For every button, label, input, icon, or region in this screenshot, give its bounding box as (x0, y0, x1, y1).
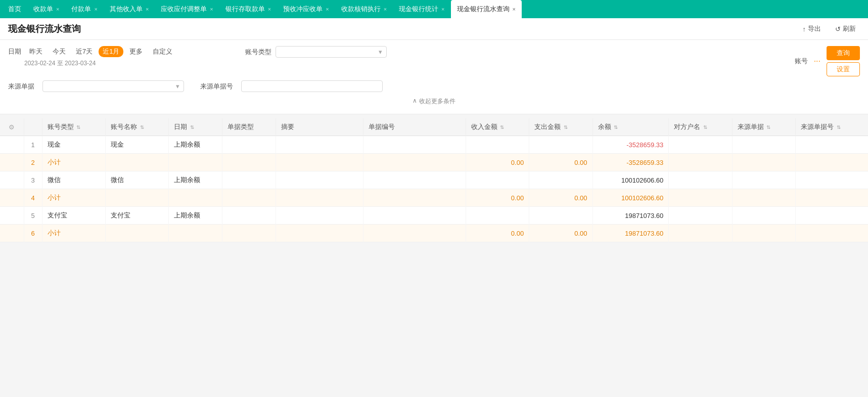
row-doc-no (363, 136, 466, 154)
row-num: 6 (24, 225, 42, 242)
source-doc-no-input[interactable] (241, 80, 383, 92)
close-icon-cashflow[interactable]: × (513, 6, 516, 12)
nav-item-payment[interactable]: 付款单 × (65, 0, 103, 18)
row-source-doc (732, 207, 795, 225)
row-source-doc (732, 154, 795, 171)
table-row: 5 支付宝 支付宝 上期余额 19871073.60 (0, 207, 868, 225)
row-doc-no (363, 225, 466, 242)
nav-label-home: 首页 (8, 5, 21, 14)
collapse-bar[interactable]: ∧ 收起更多条件 (8, 95, 860, 108)
row-num: 5 (24, 207, 42, 225)
date-option-custom[interactable]: 自定义 (149, 46, 176, 57)
page-header: 现金银行流水查询 ↑ 导出 ↺ 刷新 (0, 18, 868, 40)
row-account-name (105, 154, 168, 171)
row-gear (0, 189, 24, 207)
row-balance: 19871073.60 (592, 207, 669, 225)
row-doc-no (363, 207, 466, 225)
date-label: 日期 (8, 47, 21, 56)
nav-item-other-income[interactable]: 其他收入单 × (104, 0, 155, 18)
row-date: 上期余额 (169, 136, 222, 154)
table-wrap: ⚙ 账号类型 ⇅ 账号名称 ⇅ 日期 ⇅ 单据类型 (0, 118, 868, 242)
row-account-type: 现金 (42, 136, 105, 154)
account-type-select[interactable]: ▾ (276, 46, 387, 58)
nav-label-receipt: 收款单 (33, 5, 53, 14)
row-num: 1 (24, 136, 42, 154)
date-option-yesterday[interactable]: 昨天 (25, 46, 47, 57)
nav-item-advance[interactable]: 预收冲应收单 × (277, 0, 335, 18)
row-source-doc-no (795, 189, 868, 207)
row-doc-type (222, 171, 276, 189)
close-icon-adjustment[interactable]: × (210, 6, 213, 12)
nav-label-payment: 付款单 (71, 5, 91, 14)
source-doc-no-label: 来源单据号 (200, 82, 233, 91)
row-counterpart (669, 225, 732, 242)
date-option-today[interactable]: 今天 (49, 46, 70, 57)
row-date (169, 154, 222, 171)
source-doc-label: 来源单据 (8, 82, 34, 91)
col-source-doc-no[interactable]: 来源单据号 ⇅ (795, 118, 868, 136)
nav-item-adjustment[interactable]: 应收应付调整单 × (155, 0, 219, 18)
row-source-doc (732, 225, 795, 242)
date-option-1month[interactable]: 近1月 (99, 46, 123, 57)
row-account-name (105, 225, 168, 242)
col-account-type[interactable]: 账号类型 ⇅ (42, 118, 105, 136)
collapse-icon: ∧ (413, 97, 417, 106)
close-icon-writeoff[interactable]: × (384, 6, 387, 12)
row-num: 2 (24, 154, 42, 171)
col-source-doc[interactable]: 来源单据 ⇅ (732, 118, 795, 136)
close-icon-bank-deposit[interactable]: × (268, 6, 271, 12)
row-date (169, 189, 222, 207)
export-icon: ↑ (803, 25, 806, 33)
sort-icon-date: ⇅ (190, 124, 194, 130)
account-type-label: 账号类型 (245, 48, 271, 57)
row-doc-type (222, 154, 276, 171)
nav-item-home[interactable]: 首页 (2, 0, 27, 18)
close-icon-receipt[interactable]: × (56, 6, 59, 12)
row-source-doc-no (795, 225, 868, 242)
row-source-doc-no (795, 136, 868, 154)
nav-item-cashflow[interactable]: 现金银行流水查询 × (451, 0, 522, 18)
col-expense[interactable]: 支出金额 ⇅ (529, 118, 592, 136)
row-date: 上期余额 (169, 171, 222, 189)
date-option-7days[interactable]: 近7天 (72, 46, 97, 57)
row-source-doc (732, 189, 795, 207)
row-doc-type (222, 136, 276, 154)
row-summary (276, 207, 363, 225)
query-button[interactable]: 查询 (827, 46, 860, 60)
nav-item-bank-deposit[interactable]: 银行存取款单 × (219, 0, 277, 18)
close-icon-statistics[interactable]: × (441, 6, 444, 12)
data-table: ⚙ 账号类型 ⇅ 账号名称 ⇅ 日期 ⇅ 单据类型 (0, 118, 868, 242)
row-num: 3 (24, 171, 42, 189)
row-income (466, 207, 529, 225)
row-doc-no (363, 154, 466, 171)
col-date[interactable]: 日期 ⇅ (169, 118, 222, 136)
row-gear (0, 136, 24, 154)
col-income[interactable]: 收入金额 ⇅ (466, 118, 529, 136)
row-account-type: 支付宝 (42, 207, 105, 225)
row-income: 0.00 (466, 189, 529, 207)
refresh-button[interactable]: ↺ 刷新 (831, 22, 860, 35)
nav-label-adjustment: 应收应付调整单 (161, 5, 207, 14)
export-button[interactable]: ↑ 导出 (799, 22, 826, 35)
col-balance[interactable]: 余额 ⇅ (592, 118, 669, 136)
settings-button[interactable]: 设置 (827, 62, 860, 76)
nav-item-writeoff[interactable]: 收款核销执行 × (335, 0, 393, 18)
sort-icon-balance: ⇅ (614, 124, 618, 130)
close-icon-other-income[interactable]: × (146, 6, 149, 12)
nav-label-other-income: 其他收入单 (110, 5, 143, 14)
sort-icon-account-name: ⇅ (140, 124, 144, 130)
close-icon-payment[interactable]: × (94, 6, 97, 12)
source-doc-select[interactable]: ▾ (42, 80, 184, 92)
refresh-icon: ↺ (835, 25, 841, 33)
row-source-doc (732, 136, 795, 154)
nav-item-receipt[interactable]: 收款单 × (27, 0, 65, 18)
close-icon-advance[interactable]: × (326, 6, 329, 12)
table-row: 1 现金 现金 上期余额 -3528659.33 (0, 136, 868, 154)
nav-item-statistics[interactable]: 现金银行统计 × (393, 0, 450, 18)
gear-icon[interactable]: ⚙ (9, 123, 15, 131)
col-counterpart[interactable]: 对方户名 ⇅ (669, 118, 732, 136)
row-expense: 0.00 (529, 189, 592, 207)
date-option-more[interactable]: 更多 (125, 46, 147, 57)
account-ellipsis-button[interactable]: ··· (812, 57, 823, 66)
col-account-name[interactable]: 账号名称 ⇅ (105, 118, 168, 136)
